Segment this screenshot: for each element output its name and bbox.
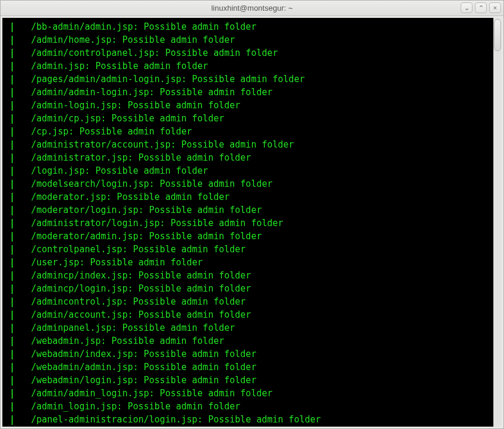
output-line: | /webadmin.jsp: Possible admin folder bbox=[10, 334, 500, 347]
line-prefix: | bbox=[10, 362, 31, 372]
line-text: /admin/admin-login.jsp: Possible admin f… bbox=[31, 87, 272, 98]
line-text: /moderator.jsp: Possible admin folder bbox=[31, 192, 229, 202]
line-text: /panel-administracion/login.jsp: Possibl… bbox=[31, 414, 321, 425]
line-prefix: | bbox=[10, 309, 31, 320]
line-prefix: | bbox=[10, 336, 31, 346]
line-prefix: | bbox=[10, 270, 31, 281]
maximize-button[interactable]: ⌃ bbox=[475, 2, 487, 13]
output-line: | /admincontrol.jsp: Possible admin fold… bbox=[10, 295, 500, 308]
line-text: /moderator/login.jsp: Possible admin fol… bbox=[31, 205, 262, 215]
line-text: /admin/home.jsp: Possible admin folder bbox=[31, 35, 235, 45]
line-text: /administrator.jsp: Possible admin folde… bbox=[31, 152, 251, 163]
output-line: | /panel-administracion/login.jsp: Possi… bbox=[10, 413, 500, 426]
line-prefix: | bbox=[10, 74, 31, 84]
output-line: | /admin/cp.jsp: Possible admin folder bbox=[10, 112, 500, 125]
line-prefix: | bbox=[10, 205, 31, 215]
line-prefix: | bbox=[10, 296, 31, 307]
line-prefix: | bbox=[10, 414, 31, 425]
line-prefix: | bbox=[10, 244, 31, 255]
output-line: | /admin.jsp: Possible admin folder bbox=[10, 60, 500, 73]
line-text: /controlpanel.jsp: Possible admin folder bbox=[31, 244, 245, 255]
line-text: /webadmin/admin.jsp: Possible admin fold… bbox=[31, 362, 256, 372]
app-window: linuxhint@montsegur: ~ ⌄ ⌃ × | /bb-admin… bbox=[0, 0, 504, 429]
line-prefix: | bbox=[10, 139, 31, 150]
line-text: /admincontrol.jsp: Possible admin folder bbox=[31, 296, 245, 307]
scrollbar-thumb[interactable] bbox=[494, 19, 501, 51]
line-prefix: | bbox=[10, 100, 31, 111]
output-line: | /pages/admin/admin-login.jsp: Possible… bbox=[10, 73, 500, 86]
line-text: /admin/controlpanel.jsp: Possible admin … bbox=[31, 48, 278, 58]
line-text: /administrator/account.jsp: Possible adm… bbox=[31, 139, 294, 150]
line-prefix: | bbox=[10, 322, 31, 333]
line-prefix: | bbox=[10, 283, 31, 294]
output-line: | /modelsearch/login.jsp: Possible admin… bbox=[10, 177, 500, 190]
line-prefix: | bbox=[10, 113, 31, 124]
minimize-button[interactable]: ⌄ bbox=[461, 2, 472, 13]
line-text: /admincp/login.jsp: Possible admin folde… bbox=[31, 283, 251, 294]
output-line: | /administrator.jsp: Possible admin fol… bbox=[10, 151, 500, 164]
terminal-output: | /bb-admin/admin.jsp: Possible admin fo… bbox=[2, 18, 502, 427]
line-text: /administrator/login.jsp: Possible admin… bbox=[31, 218, 283, 228]
line-prefix: | bbox=[10, 375, 31, 386]
output-line: | /bb-admin/admin.jsp: Possible admin fo… bbox=[10, 20, 500, 33]
line-prefix: | bbox=[10, 218, 31, 228]
line-prefix: | bbox=[10, 401, 31, 412]
output-line: | /webadmin/admin.jsp: Possible admin fo… bbox=[10, 361, 500, 374]
output-line: | /moderator.jsp: Possible admin folder bbox=[10, 190, 500, 203]
output-line: | /user.jsp: Possible admin folder bbox=[10, 256, 500, 269]
output-line: | /admin/account.jsp: Possible admin fol… bbox=[10, 308, 500, 321]
window-controls: ⌄ ⌃ × bbox=[461, 2, 501, 13]
line-text: /pages/admin/admin-login.jsp: Possible a… bbox=[31, 74, 305, 84]
line-text: /admin_login.jsp: Possible admin folder bbox=[31, 401, 240, 412]
line-text: /admincp/index.jsp: Possible admin folde… bbox=[31, 270, 251, 281]
output-line: | /webadmin/login.jsp: Possible admin fo… bbox=[10, 374, 500, 387]
output-line: | /admin/admin-login.jsp: Possible admin… bbox=[10, 86, 500, 99]
line-text: /bb-admin/admin.jsp: Possible admin fold… bbox=[31, 21, 256, 32]
line-text: /admin/cp.jsp: Possible admin folder bbox=[31, 113, 224, 124]
output-line: | /admincp/index.jsp: Possible admin fol… bbox=[10, 269, 500, 282]
line-prefix: | bbox=[10, 257, 31, 268]
line-prefix: | bbox=[10, 179, 31, 189]
output-line: | /cp.jsp: Possible admin folder bbox=[10, 125, 500, 138]
output-line: | /controlpanel.jsp: Possible admin fold… bbox=[10, 243, 500, 256]
minimize-icon: ⌄ bbox=[464, 4, 470, 12]
line-text: /admin.jsp: Possible admin folder bbox=[31, 61, 208, 71]
output-line: | /admin/controlpanel.jsp: Possible admi… bbox=[10, 46, 500, 60]
line-text: /webadmin/login.jsp: Possible admin fold… bbox=[31, 375, 256, 386]
output-line: | /admin/home.jsp: Possible admin folder bbox=[10, 33, 500, 46]
line-text: /admin/account.jsp: Possible admin folde… bbox=[31, 309, 251, 320]
close-icon: × bbox=[493, 4, 497, 11]
line-text: /cp.jsp: Possible admin folder bbox=[31, 126, 192, 137]
line-text: /adminpanel.jsp: Possible admin folder bbox=[31, 322, 235, 333]
output-line: | /login.jsp: Possible admin folder bbox=[10, 164, 500, 177]
line-prefix: | bbox=[10, 35, 31, 45]
output-line: | /webadmin/index.jsp: Possible admin fo… bbox=[10, 347, 500, 361]
line-prefix: | bbox=[10, 152, 31, 163]
line-text: /moderator/admin.jsp: Possible admin fol… bbox=[31, 231, 262, 242]
close-button[interactable]: × bbox=[489, 2, 501, 13]
output-line: | /admincp/login.jsp: Possible admin fol… bbox=[10, 282, 500, 295]
line-text: /user.jsp: Possible admin folder bbox=[31, 257, 203, 268]
output-line: | /admin/admin_login.jsp: Possible admin… bbox=[10, 387, 500, 400]
line-prefix: | bbox=[10, 48, 31, 58]
output-line: | /moderator/login.jsp: Possible admin f… bbox=[10, 203, 500, 217]
line-text: /admin/admin_login.jsp: Possible admin f… bbox=[31, 388, 272, 399]
line-text: /login.jsp: Possible admin folder bbox=[31, 165, 208, 176]
terminal[interactable]: | /bb-admin/admin.jsp: Possible admin fo… bbox=[2, 18, 502, 427]
output-line: | /moderator/admin.jsp: Possible admin f… bbox=[10, 230, 500, 243]
output-line: | /admin-login.jsp: Possible admin folde… bbox=[10, 99, 500, 112]
line-prefix: | bbox=[10, 165, 31, 176]
line-prefix: | bbox=[10, 192, 31, 202]
line-prefix: | bbox=[10, 87, 31, 98]
output-line: | /administrator/login.jsp: Possible adm… bbox=[10, 217, 500, 230]
line-prefix: | bbox=[10, 126, 31, 137]
line-prefix: | bbox=[10, 231, 31, 242]
output-line: | /administrator/account.jsp: Possible a… bbox=[10, 138, 500, 151]
titlebar[interactable]: linuxhint@montsegur: ~ ⌄ ⌃ × bbox=[1, 1, 503, 16]
scrollbar-track[interactable] bbox=[493, 18, 502, 427]
line-text: /modelsearch/login.jsp: Possible admin f… bbox=[31, 179, 272, 189]
line-prefix: | bbox=[10, 61, 31, 71]
output-line: | /adminpanel.jsp: Possible admin folder bbox=[10, 321, 500, 334]
output-line: | /admin_login.jsp: Possible admin folde… bbox=[10, 400, 500, 413]
line-prefix: | bbox=[10, 388, 31, 399]
